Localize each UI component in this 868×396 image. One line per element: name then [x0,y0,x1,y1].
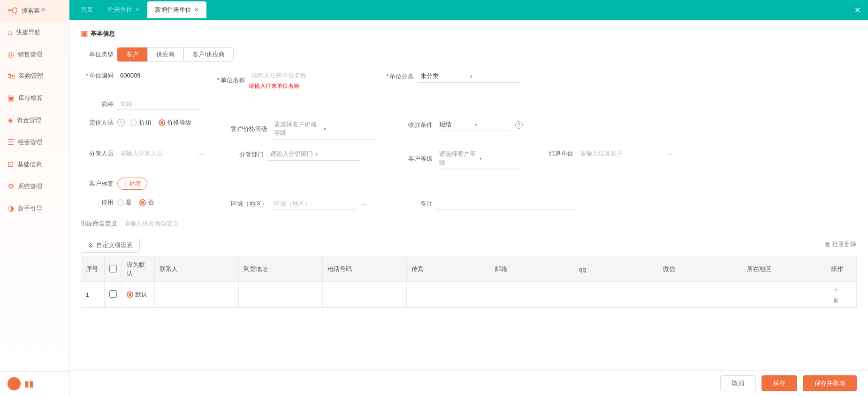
user-avatar [8,377,21,390]
custom-settings-button[interactable]: ⚙ 自定义项设置 [81,238,140,253]
trash-icon: 🗑 [824,241,830,248]
sidebar-item-basicinfo[interactable]: ⊡ 基础信息 [0,153,69,175]
unit-category-label: *单位分类 [381,72,414,81]
default-radio[interactable]: 默认 [127,290,150,299]
row-qq-input[interactable] [579,289,653,300]
pricing-help-icon[interactable]: ? [117,119,125,126]
radio-level-circle [159,119,165,126]
select-all-checkbox[interactable] [109,265,117,272]
unit-type-field: 单位类型 客户 供应商 客户/供应商 [81,47,857,62]
region-label: 区域（地区） [231,200,267,208]
department-select[interactable]: 请输入分管部门 ▾ [267,148,361,161]
cell-fax [406,282,490,308]
delete-row-button[interactable]: 🗑 [831,295,841,304]
row-checkbox[interactable] [109,290,117,298]
section-title-text: 基本信息 [91,30,115,38]
sidebar-item-label: 搜索菜单 [22,7,46,15]
sidebar-item-label: 系统管理 [18,182,42,191]
region-more-icon[interactable]: ··· [359,200,369,208]
disable-no[interactable]: 否 [139,198,154,207]
sidebar-item-quicknav[interactable]: ⌂ 快捷导航 [0,22,69,43]
manager-input[interactable] [117,148,192,159]
sidebar-item-guide[interactable]: ◑ 新手引导 [0,197,69,219]
department-placeholder: 请输入分管部门 [270,150,313,158]
unit-category-field: *单位分类 未分类 ▾ [381,70,857,83]
bar-chart-icon: ▮▮ [24,379,34,389]
cancel-button[interactable]: 取消 [720,375,756,391]
unit-category-select[interactable]: 未分类 ▾ [418,70,521,83]
add-tag-button[interactable]: + 标签 [117,178,147,190]
save-button[interactable]: 保存 [761,375,797,391]
pricing-radio-level[interactable]: 价格等级 [159,118,191,127]
payment-help-icon[interactable]: ? [515,121,523,129]
tab-bar: 首页 往来单位 ✕ 新增往来单位 ✕ ✕ [69,0,868,20]
unit-type-both[interactable]: 客户/供应商 [183,47,234,62]
row-wechat-input[interactable] [663,289,737,300]
row-fax-input[interactable] [411,289,486,300]
settlement-more-icon[interactable]: ··· [665,150,675,157]
batch-delete-button[interactable]: 🗑 批量删除 [824,240,857,248]
supplier-custom-input[interactable] [121,218,224,229]
row-phone-input[interactable] [327,289,402,300]
tab-new-partner-close[interactable]: ✕ [194,7,199,13]
disable-no-label: 否 [148,198,154,207]
global-close-icon[interactable]: ✕ [851,6,864,15]
disable-row: 停用 是 否 区域（地区） ··· 备注 [81,198,857,210]
manager-more-icon[interactable]: ··· [196,150,206,157]
tab-partners[interactable]: 往来单位 ✕ [100,2,147,17]
tag-field: 客户标签 + 标签 [81,178,857,190]
cell-checkbox [105,282,122,308]
sidebar-item-system[interactable]: ⚙ 系统管理 [0,175,69,197]
disable-yes[interactable]: 是 [117,198,132,207]
pricing-radio-discount[interactable]: 折扣 [130,118,151,127]
gear-settings-icon: ⚙ [88,242,93,249]
chevron-down-icon2: ▾ [324,126,372,132]
radio-yes-circle [117,199,124,206]
sidebar-item-label: 基础信息 [17,160,42,169]
sidebar-item-label: 库存核算 [18,94,43,102]
unit-code-input[interactable] [117,70,202,81]
customer-price-select[interactable]: 请选择客户价格等级 ▾ [271,118,374,140]
chevron-down-icon5: ▾ [480,156,518,161]
sidebar-item-sales[interactable]: ◎ 销售管理 [0,43,69,65]
remark-input[interactable] [436,198,577,210]
tab-home[interactable]: 首页 [73,2,100,17]
sidebar-item-operations[interactable]: ☰ 经营管理 [0,131,69,153]
tag-plus-icon: + [123,180,127,187]
section-icon: ▣ [81,29,88,38]
row-email-input[interactable] [495,289,569,300]
add-row-button[interactable]: ＋ [831,285,841,295]
info-icon: ⊡ [8,160,14,169]
tab-new-partner[interactable]: 新增往来单位 ✕ [147,1,206,18]
save-new-button[interactable]: 保存并新增 [803,375,857,391]
settlement-input[interactable] [577,148,662,159]
sidebar: ≡Q 搜索菜单 ⌂ 快捷导航 ◎ 销售管理 🛍 采购管理 ▣ 库存核算 ◈ 资金… [0,0,69,396]
short-name-input[interactable] [117,99,202,110]
payment-terms-select[interactable]: 现结 ▾ [436,118,511,131]
unit-code-field: *单位编码 [81,70,212,81]
radio-no-circle [139,199,146,206]
cell-email [490,282,574,308]
home-icon: ⌂ [8,28,12,37]
row-region-input[interactable] [747,289,821,300]
customer-level-label: 客户等级 [400,155,433,163]
row-address-input[interactable] [244,289,318,300]
sidebar-item-search[interactable]: ≡Q 搜索菜单 [0,0,69,22]
region-input[interactable] [271,198,356,210]
row-contact-input[interactable] [160,289,234,300]
col-phone: 电话号码 [322,257,406,282]
unit-type-supplier[interactable]: 供应商 [147,47,183,62]
supplier-custom-field: 供应商自定义 [81,218,857,229]
box-icon: ▣ [8,93,15,102]
sidebar-bottom: ▮▮ [0,371,69,396]
tab-partners-close[interactable]: ✕ [135,7,140,13]
unit-type-customer[interactable]: 客户 [117,47,147,62]
sidebar-item-inventory[interactable]: ▣ 库存核算 [0,87,69,109]
customer-price-field: 客户价格等级 请选择客户价格等级 ▾ [231,118,400,140]
customer-level-select[interactable]: 请选择客户等级 ▾ [436,148,521,169]
sidebar-item-purchase[interactable]: 🛍 采购管理 [0,65,69,87]
unit-name-input[interactable] [249,70,352,81]
sidebar-item-finance[interactable]: ◈ 资金管理 [0,109,69,131]
region-field: 区域（地区） ··· [231,198,400,210]
col-email: 邮箱 [490,257,574,282]
